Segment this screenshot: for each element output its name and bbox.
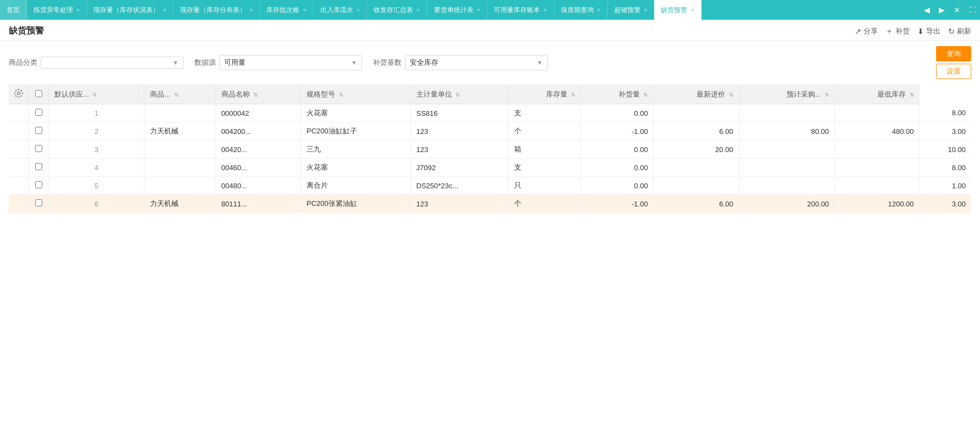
table-row: 4 00460... 火花塞 J7092 支 0.00 8.00 — [9, 159, 971, 177]
column-spec[interactable]: 规格型号 ⇅ — [301, 85, 411, 104]
tab-inventory-status-close[interactable]: × — [163, 7, 166, 13]
tab-expiry-query-close[interactable]: × — [597, 7, 600, 13]
row-product-code: 00420... — [215, 141, 300, 159]
main-content: 缺货预警 ↗ 分享 ＋ 补货 ⬇ 导出 ↻ 刷新 商品分类 — [0, 20, 980, 437]
header-actions: ↗ 分享 ＋ 补货 ⬇ 导出 ↻ 刷新 — [855, 26, 971, 36]
replenish-action[interactable]: ＋ 补货 — [886, 26, 910, 36]
row-product-code: 80111... — [215, 195, 300, 213]
tab-available-ledger-close[interactable]: × — [543, 7, 547, 13]
column-product-code[interactable]: 商品... ⇅ — [144, 85, 215, 104]
tab-expiry-query[interactable]: 保质期查询 × — [554, 0, 608, 20]
row-stock-qty: 0.00 — [581, 141, 654, 159]
query-button[interactable]: 查询 — [936, 46, 971, 61]
tab-overstock-close[interactable]: × — [644, 7, 647, 13]
close-all-btn[interactable]: ✕ — [949, 5, 965, 14]
share-action[interactable]: ↗ 分享 — [855, 26, 878, 36]
row-replenish-qty — [654, 104, 739, 122]
category-chevron-icon: ▼ — [172, 59, 179, 66]
sort-icon-stock: ⇅ — [571, 92, 575, 98]
row-gear-cell — [9, 159, 29, 177]
row-product-code: 00460... — [215, 159, 300, 177]
category-select[interactable]: ▼ — [41, 57, 183, 69]
row-spec: 123 — [410, 122, 508, 141]
tab-collect-summary[interactable]: 收发存汇总表 × — [367, 0, 427, 20]
column-latest-price[interactable]: 最新进价 ⇅ — [654, 85, 739, 104]
column-product-name-label: 商品名称 — [221, 90, 250, 98]
column-replenish-qty[interactable]: 补货量 ⇅ — [581, 85, 654, 104]
row-checkbox-cell — [29, 195, 49, 213]
row-spec: J7092 — [410, 159, 508, 177]
row-stock-qty: 0.00 — [581, 104, 654, 122]
tab-expiry-query-label: 保质期查询 — [561, 5, 594, 15]
row-unit: 支 — [509, 159, 581, 177]
row-checkbox-cell — [29, 177, 49, 195]
row-default-supplier — [144, 141, 215, 159]
tab-collect-summary-close[interactable]: × — [416, 7, 420, 13]
column-gear — [9, 85, 29, 104]
row-checkbox-4[interactable] — [35, 181, 42, 188]
category-filter-group: 商品分类 ▼ — [9, 57, 183, 69]
tab-batch-account[interactable]: 库存批次账 × — [260, 0, 313, 20]
row-min-stock: 10.00 — [920, 141, 971, 159]
tab-abnormal-label: 拣货异常处理 — [34, 5, 73, 15]
row-checkbox-5[interactable] — [35, 199, 42, 206]
row-checkbox-1[interactable] — [35, 127, 42, 134]
row-product-name: 离合片 — [301, 177, 411, 195]
sort-icon-supplier: ⇅ — [92, 92, 97, 98]
tab-batch-account-close[interactable]: × — [303, 7, 306, 13]
row-checkbox-2[interactable] — [35, 145, 42, 152]
column-unit[interactable]: 主计量单位 ⇅ — [410, 85, 508, 104]
column-est-purchase[interactable]: 预计采购... ⇅ — [739, 85, 834, 104]
tab-inout-flow-close[interactable]: × — [357, 7, 360, 13]
column-min-stock[interactable]: 最低库存 ⇅ — [835, 85, 920, 104]
tab-inventory-status[interactable]: 现存量（库存状况表） × — [87, 0, 173, 20]
tab-inventory-dist-close[interactable]: × — [249, 7, 253, 13]
export-icon: ⬇ — [917, 27, 924, 36]
tab-inventory-dist[interactable]: 现存量（库存分布表） × — [174, 0, 260, 20]
tab-overstock[interactable]: 超储预警 × — [608, 0, 654, 20]
fullscreen-btn[interactable]: ⛶ — [965, 6, 980, 14]
select-all-checkbox[interactable] — [35, 90, 42, 97]
column-default-supplier[interactable]: 默认供应... ⇅ — [49, 85, 144, 104]
tab-inventory-dist-label: 现存量（库存分布表） — [180, 5, 246, 15]
column-stock-qty[interactable]: 库存量 ⇅ — [509, 85, 581, 104]
tab-collect-summary-label: 收发存汇总表 — [374, 5, 413, 15]
row-latest-price: 200.00 — [739, 195, 834, 213]
table-body: 1 0000042 火花塞 SS816 支 0.00 8.00 2 力天机械 0… — [9, 104, 971, 213]
tab-inout-flow[interactable]: 出入库流水 × — [314, 0, 367, 20]
tab-shortage[interactable]: 缺货预警 × — [654, 0, 701, 20]
column-spec-label: 规格型号 — [307, 90, 335, 98]
replenish-label: 补货 — [895, 26, 910, 36]
tab-demand-stat-close[interactable]: × — [477, 7, 480, 13]
export-action[interactable]: ⬇ 导出 — [917, 26, 940, 36]
tab-abnormal-close[interactable]: × — [76, 7, 80, 13]
row-default-supplier: 力天机械 — [144, 122, 215, 141]
row-latest-price — [739, 159, 834, 177]
refresh-action[interactable]: ↻ 刷新 — [948, 26, 971, 36]
tab-demand-stat[interactable]: 要货单统计表 × — [427, 0, 487, 20]
scroll-left-btn[interactable]: ◀ — [920, 5, 934, 14]
row-num: 4 — [49, 159, 144, 177]
row-unit: 个 — [509, 122, 581, 141]
tab-shortage-close[interactable]: × — [691, 7, 694, 13]
row-num: 3 — [49, 141, 144, 159]
tab-abnormal[interactable]: 拣货异常处理 × — [27, 0, 87, 20]
replenish-basis-select[interactable]: 安全库存 ▼ — [405, 55, 548, 70]
row-default-supplier — [144, 177, 215, 195]
tab-home[interactable]: 首页 — [0, 0, 27, 20]
scroll-right-btn[interactable]: ▶ — [934, 5, 949, 14]
gear-icon[interactable] — [14, 89, 23, 98]
datasource-select-value: 可用量 — [224, 58, 246, 68]
column-product-name[interactable]: 商品名称 ⇅ — [215, 85, 300, 104]
row-product-code: 004200... — [215, 122, 300, 141]
row-num: 2 — [49, 122, 144, 141]
tab-available-ledger[interactable]: 可用量库存账本 × — [487, 0, 554, 20]
sort-icon-est: ⇅ — [825, 92, 829, 98]
datasource-select[interactable]: 可用量 ▼ — [219, 55, 362, 70]
row-checkbox-3[interactable] — [35, 163, 42, 170]
tab-shortage-label: 缺货预警 — [661, 5, 687, 15]
row-checkbox-cell — [29, 122, 49, 141]
settings-button[interactable]: 设置 — [936, 64, 971, 79]
row-checkbox-0[interactable] — [35, 109, 42, 116]
datasource-chevron-icon: ▼ — [351, 59, 357, 66]
